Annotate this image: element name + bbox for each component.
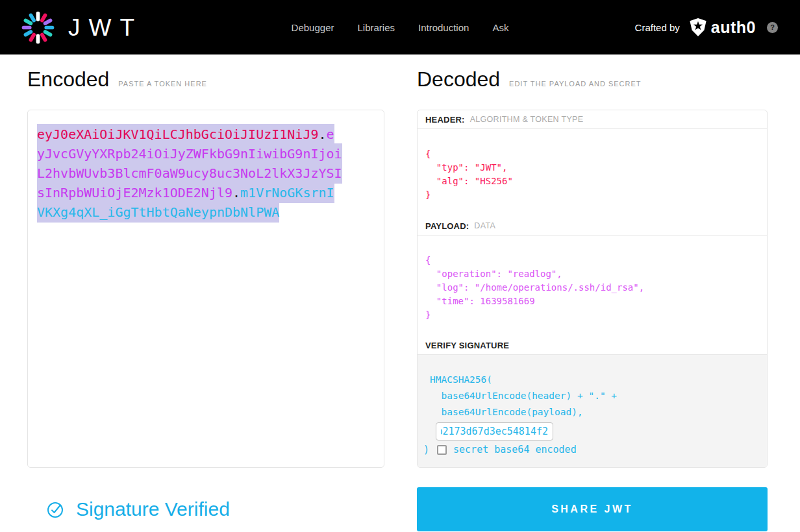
- navbar: JWT Debugger Libraries Introduction Ask …: [0, 0, 800, 54]
- encoded-title: Encoded: [27, 67, 109, 91]
- main-content: Encoded PASTE A TOKEN HERE eyJ0eXAiOiJKV…: [0, 54, 800, 531]
- header-section-sublabel: ALGORITHM & TOKEN TYPE: [470, 115, 584, 124]
- token-header-part: eyJ0eXAiOiJKV1QiLCJhbGciOiJIUzI1NiJ9: [37, 124, 318, 145]
- payload-section-sublabel: DATA: [474, 221, 495, 230]
- encoded-heading: Encoded PASTE A TOKEN HERE: [27, 67, 384, 96]
- nav-links: Debugger Libraries Introduction Ask: [292, 22, 509, 33]
- payload-section-label: PAYLOAD:: [425, 221, 469, 231]
- nav-link-debugger[interactable]: Debugger: [292, 22, 334, 33]
- auth0-logo[interactable]: auth0: [688, 18, 756, 37]
- encoded-column: Encoded PASTE A TOKEN HERE eyJ0eXAiOiJKV…: [27, 54, 384, 531]
- decoded-column: Decoded EDIT THE PAYLOAD AND SECRET HEAD…: [417, 54, 768, 531]
- signature-status: Signature Verified: [27, 498, 384, 520]
- header-json-editor[interactable]: { "typ": "JWT", "alg": "HS256" }: [418, 129, 767, 217]
- hmac-line-1: HMACSHA256(: [430, 372, 759, 388]
- decoded-title: Decoded: [417, 67, 500, 91]
- header-section-bar: HEADER: ALGORITHM & TOKEN TYPE: [418, 110, 767, 129]
- token-separator-2: .: [232, 182, 240, 203]
- auth0-wordmark: auth0: [711, 18, 756, 37]
- header-section-label: HEADER:: [425, 115, 465, 125]
- decoded-subtitle: EDIT THE PAYLOAD AND SECRET: [509, 71, 641, 96]
- nav-link-libraries[interactable]: Libraries: [357, 22, 395, 33]
- secret-options-row: ) secret base64 encoded: [423, 444, 759, 455]
- verify-section-bar: VERIFY SIGNATURE: [418, 336, 767, 355]
- decoded-card: HEADER: ALGORITHM & TOKEN TYPE { "typ": …: [417, 110, 768, 468]
- decoded-heading: Decoded EDIT THE PAYLOAD AND SECRET: [417, 67, 768, 96]
- crafted-by-label: Crafted by: [635, 22, 680, 33]
- signature-status-text: Signature Verified: [76, 498, 230, 520]
- share-jwt-button[interactable]: SHARE JWT: [417, 487, 768, 531]
- payload-json-editor[interactable]: { "operation": "readlog", "log": "/home/…: [418, 236, 767, 336]
- verify-signature-area: HMACSHA256( base64UrlEncode(header) + ".…: [418, 355, 767, 467]
- jwt-token-text[interactable]: eyJ0eXAiOiJKV1QiLCJhbGciOiJIUzI1NiJ9.eyJ…: [37, 125, 342, 222]
- jwt-logo[interactable]: JWT: [21, 10, 143, 45]
- nav-link-introduction[interactable]: Introduction: [418, 22, 469, 33]
- secret-input[interactable]: [436, 422, 553, 441]
- jwt-wordmark: JWT: [68, 16, 143, 40]
- payload-section-bar: PAYLOAD: DATA: [418, 217, 767, 236]
- token-separator-1: .: [318, 124, 326, 145]
- verify-section-label: VERIFY SIGNATURE: [425, 341, 509, 350]
- help-icon[interactable]: ?: [767, 22, 778, 33]
- auth0-shield-icon: [688, 18, 708, 37]
- jwt-starburst-icon: [21, 10, 55, 45]
- hmac-line-2: base64UrlEncode(header) + "." +: [430, 388, 759, 404]
- closing-paren: ): [423, 444, 429, 455]
- encoded-subtitle: PASTE A TOKEN HERE: [118, 71, 207, 96]
- secret-base64-checkbox[interactable]: [437, 445, 447, 455]
- secret-base64-label[interactable]: secret base64 encoded: [453, 444, 577, 455]
- hmac-line-3: base64UrlEncode(payload),: [430, 404, 759, 420]
- crafted-by-group: Crafted by auth0 ?: [635, 18, 778, 37]
- nav-link-ask[interactable]: Ask: [492, 22, 508, 33]
- token-editor[interactable]: eyJ0eXAiOiJKV1QiLCJhbGciOiJIUzI1NiJ9.eyJ…: [27, 110, 384, 468]
- check-circle-icon: [47, 500, 65, 518]
